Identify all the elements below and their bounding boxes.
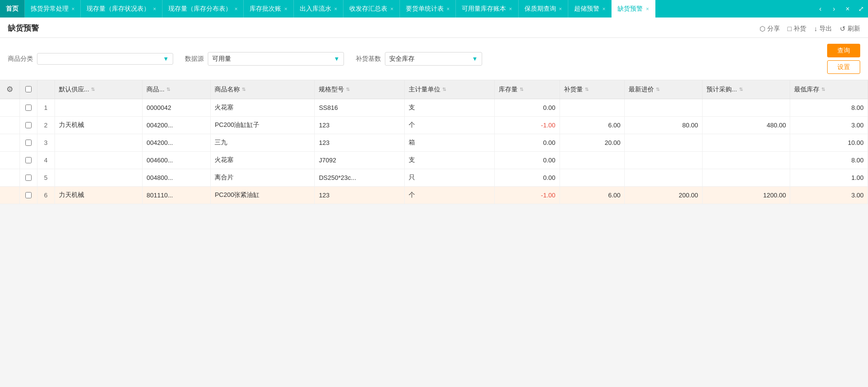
share-button[interactable]: ⬡ 分享 [760, 24, 780, 33]
refresh-label: 刷新 [848, 24, 860, 33]
cell-unit-2: 个 [404, 116, 494, 134]
refresh-icon: ↺ [840, 25, 846, 33]
close-inout-flow-icon[interactable]: × [334, 6, 337, 12]
row-checkbox-6[interactable] [25, 192, 32, 198]
cell-num-5: 5 [37, 169, 54, 186]
nav-arrow-right[interactable]: › [827, 0, 841, 18]
col-replenish[interactable]: 补货量 ⇅ [560, 80, 625, 99]
cell-settings-5 [0, 169, 19, 186]
row-checkbox-2[interactable] [25, 122, 32, 128]
replenish-base-filter-group: 补货基数 安全库存 ▼ [356, 52, 482, 66]
close-inventory-dist-icon[interactable]: × [235, 6, 237, 12]
settings-button[interactable]: 设置 [827, 60, 860, 74]
refresh-button[interactable]: ↺ 刷新 [840, 24, 860, 33]
col-stock-label: 库存量 [499, 85, 518, 94]
col-code-sort-icon: ⇅ [166, 87, 170, 92]
query-button[interactable]: 查询 [827, 44, 860, 57]
nav-tab-inventory-status[interactable]: 现存量（库存状况表） × [81, 0, 162, 18]
close-order-stats-icon[interactable]: × [447, 6, 450, 12]
row-checkbox-5[interactable] [25, 175, 32, 181]
cell-checkbox-3[interactable] [19, 134, 37, 151]
cell-stock-6: -1.00 [494, 186, 560, 204]
cell-unit-3: 箱 [404, 134, 494, 151]
col-supplier-label: 默认供应... [59, 85, 90, 94]
close-collect-summary-icon[interactable]: × [390, 6, 393, 12]
col-unit-label: 主计量单位 [409, 85, 440, 94]
replenish-base-value: 安全库存 [389, 54, 415, 63]
col-code[interactable]: 商品... ⇅ [143, 80, 211, 99]
cell-code-1: 0000042 [143, 99, 211, 116]
nav-tab-inout-flow[interactable]: 出入库流水 × [294, 0, 344, 18]
replenish-base-select[interactable]: 安全库存 ▼ [385, 52, 482, 66]
export-button[interactable]: ↓ 导出 [814, 24, 832, 33]
col-spec[interactable]: 规格型号 ⇅ [315, 80, 404, 99]
cell-latest-price-4 [625, 151, 702, 169]
nav-tab-overstock[interactable]: 超储预警 × [568, 0, 612, 18]
col-supplier[interactable]: 默认供应... ⇅ [54, 80, 143, 99]
col-stock[interactable]: 库存量 ⇅ [494, 80, 560, 99]
nav-tab-inout-flow-label: 出入库流水 [300, 4, 331, 13]
row-checkbox-3[interactable] [25, 140, 32, 146]
nav-tab-collect-summary[interactable]: 收发存汇总表 × [344, 0, 399, 18]
gear-icon[interactable]: ⚙ [6, 85, 13, 93]
cell-stock-3: 0.00 [494, 134, 560, 151]
nav-tab-home[interactable]: 首页 [0, 0, 25, 18]
cell-checkbox-6[interactable] [19, 186, 37, 204]
nav-tab-shortage[interactable]: 缺货预警 × [612, 0, 655, 18]
cell-checkbox-2[interactable] [19, 116, 37, 134]
nav-tab-order-stats[interactable]: 要货单统计表 × [400, 0, 456, 18]
cell-checkbox-1[interactable] [19, 99, 37, 116]
close-batch-account-icon[interactable]: × [284, 6, 287, 12]
col-settings[interactable]: ⚙ [0, 80, 19, 99]
nav-tab-expiry-query[interactable]: 保质期查询 × [519, 0, 568, 18]
col-checkbox[interactable] [19, 80, 37, 99]
row-checkbox-4[interactable] [25, 157, 32, 163]
cell-settings-3 [0, 134, 19, 151]
table-row[interactable]: 1 0000042 火花塞 SS816 支 0.00 8.00 [0, 99, 868, 116]
nav-fullscreen-icon[interactable]: ⤢ [854, 0, 868, 18]
cell-checkbox-5[interactable] [19, 169, 37, 186]
close-expiry-query-icon[interactable]: × [559, 6, 562, 12]
datasource-select[interactable]: 可用量 ▼ [208, 52, 344, 66]
cell-checkbox-4[interactable] [19, 151, 37, 169]
replenish-icon: □ [788, 25, 792, 33]
col-est-purchase[interactable]: 预计采购... ⇅ [702, 80, 790, 99]
table-row[interactable]: 6 力天机械 801110... PC200张紧油缸 123 个 -1.00 6… [0, 186, 868, 204]
table-row[interactable]: 4 004600... 火花塞 J7092 支 0.00 8.00 [0, 151, 868, 169]
col-name-label: 商品名称 [215, 85, 240, 94]
row-checkbox-1[interactable] [25, 105, 32, 111]
col-replenish-sort-icon: ⇅ [585, 87, 589, 92]
cell-code-2: 004200... [143, 116, 211, 134]
cell-min-stock-4: 8.00 [790, 151, 868, 169]
cell-settings-6 [0, 186, 19, 204]
col-latest-price[interactable]: 最新进价 ⇅ [625, 80, 702, 99]
close-overstock-icon[interactable]: × [602, 6, 605, 12]
col-unit[interactable]: 主计量单位 ⇅ [404, 80, 494, 99]
close-available-ledger-icon[interactable]: × [509, 6, 512, 12]
page-header: 缺货预警 ⬡ 分享 □ 补货 ↓ 导出 ↺ 刷新 [0, 18, 868, 38]
close-shortage-icon[interactable]: × [646, 6, 649, 12]
nav-arrow-left[interactable]: ‹ [814, 0, 827, 18]
nav-tab-batch-account[interactable]: 库存批次账 × [244, 0, 293, 18]
close-exception-icon[interactable]: × [72, 6, 74, 12]
cell-num-1: 1 [37, 99, 54, 116]
nav-tab-inventory-dist[interactable]: 现存量（库存分布表） × [163, 0, 244, 18]
cell-code-6: 801110... [143, 186, 211, 204]
col-min-stock[interactable]: 最低库存 ⇅ [790, 80, 868, 99]
datasource-dropdown-icon: ▼ [334, 55, 340, 62]
datasource-label: 数据源 [185, 54, 204, 63]
col-est-purchase-label: 预计采购... [706, 85, 737, 94]
nav-tab-available-ledger[interactable]: 可用量库存账本 × [456, 0, 518, 18]
category-select[interactable]: ▼ [37, 53, 173, 65]
table-row[interactable]: 2 力天机械 004200... PC200油缸缸子 123 个 -1.00 6… [0, 116, 868, 134]
replenish-button[interactable]: □ 补货 [788, 24, 806, 33]
close-inventory-status-icon[interactable]: × [153, 6, 156, 12]
data-table: ⚙ 默认供应... ⇅ [0, 80, 868, 204]
select-all-checkbox[interactable] [25, 86, 32, 92]
nav-close-icon[interactable]: × [841, 0, 854, 18]
table-row[interactable]: 3 004200... 三九 123 箱 0.00 20.00 10.00 [0, 134, 868, 151]
col-name[interactable]: 商品名称 ⇅ [211, 80, 315, 99]
col-stock-sort-icon: ⇅ [520, 87, 524, 92]
table-row[interactable]: 5 004800... 离合片 DS250*23c... 只 0.00 1.00 [0, 169, 868, 186]
nav-tab-exception[interactable]: 拣货异常处理 × [25, 0, 81, 18]
